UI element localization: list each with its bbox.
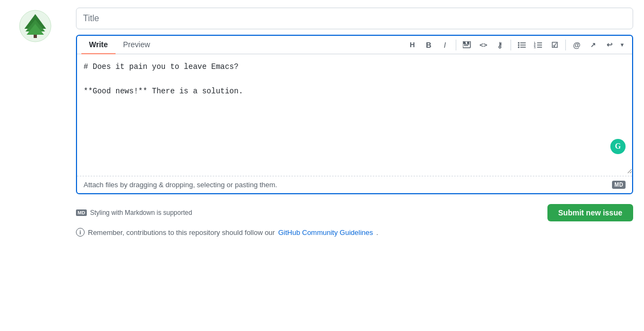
title-input[interactable]: [76, 8, 633, 29]
guidelines-link[interactable]: GitHub Community Guidelines: [278, 228, 373, 237]
undo-button[interactable]: ↩: [602, 37, 617, 53]
markdown-info: MD Styling with Markdown is supported: [76, 209, 192, 217]
editor-textarea[interactable]: # Does it pain you to leave Emacs? **Goo…: [77, 54, 632, 174]
numbered-list-button[interactable]: 1.2.3.: [531, 37, 546, 53]
crossref-button[interactable]: ↗: [585, 37, 601, 53]
guidelines-text-after: .: [377, 228, 379, 237]
guidelines-row: i Remember, contributions to this reposi…: [76, 228, 633, 237]
markdown-badge-attach: MD: [612, 181, 626, 189]
bullet-list-button[interactable]: [514, 37, 530, 53]
undo-dropdown-button[interactable]: ▾: [618, 37, 626, 53]
toolbar: H B I <> ⚷ 1.2.3. ☑: [403, 36, 628, 54]
mention-button[interactable]: @: [569, 37, 584, 53]
editor-container: Write Preview H B I <> ⚷: [76, 35, 633, 194]
svg-point-10: [518, 44, 520, 46]
tab-write[interactable]: Write: [81, 36, 116, 54]
editor-body: # Does it pain you to leave Emacs? **Goo…: [77, 54, 632, 176]
markdown-label: Styling with Markdown is supported: [90, 209, 192, 217]
tab-preview[interactable]: Preview: [116, 36, 158, 54]
bold-button[interactable]: B: [421, 37, 436, 53]
editor-tabs: Write Preview H B I <> ⚷: [77, 36, 632, 54]
attach-area: Attach files by dragging & dropping, sel…: [77, 176, 632, 193]
toolbar-divider-3: [565, 40, 566, 50]
markdown-badge-footer: MD: [76, 209, 87, 216]
attach-text: Attach files by dragging & dropping, sel…: [84, 181, 277, 189]
link-button[interactable]: ⚷: [492, 37, 507, 53]
svg-point-11: [518, 46, 520, 48]
toolbar-divider-1: [456, 40, 456, 50]
task-list-button[interactable]: ☑: [547, 37, 562, 53]
svg-point-9: [518, 42, 520, 43]
heading-button[interactable]: H: [405, 37, 420, 53]
main-content: Write Preview H B I <> ⚷: [71, 0, 644, 331]
info-icon: i: [76, 228, 85, 237]
logo: [19, 10, 52, 44]
guidelines-text-before: Remember, contributions to this reposito…: [88, 228, 275, 237]
italic-button[interactable]: I: [437, 37, 452, 53]
svg-text:3.: 3.: [534, 46, 537, 49]
grammarly-badge: G: [610, 139, 626, 154]
code-button[interactable]: <>: [476, 37, 491, 53]
submit-button[interactable]: Submit new issue: [547, 204, 633, 221]
quote-button[interactable]: [460, 37, 475, 53]
toolbar-divider-2: [511, 40, 511, 50]
footer-row: MD Styling with Markdown is supported Su…: [76, 204, 633, 221]
grammarly-icon: G: [615, 142, 621, 151]
page-container: Write Preview H B I <> ⚷: [0, 0, 644, 331]
sidebar: [0, 0, 71, 331]
